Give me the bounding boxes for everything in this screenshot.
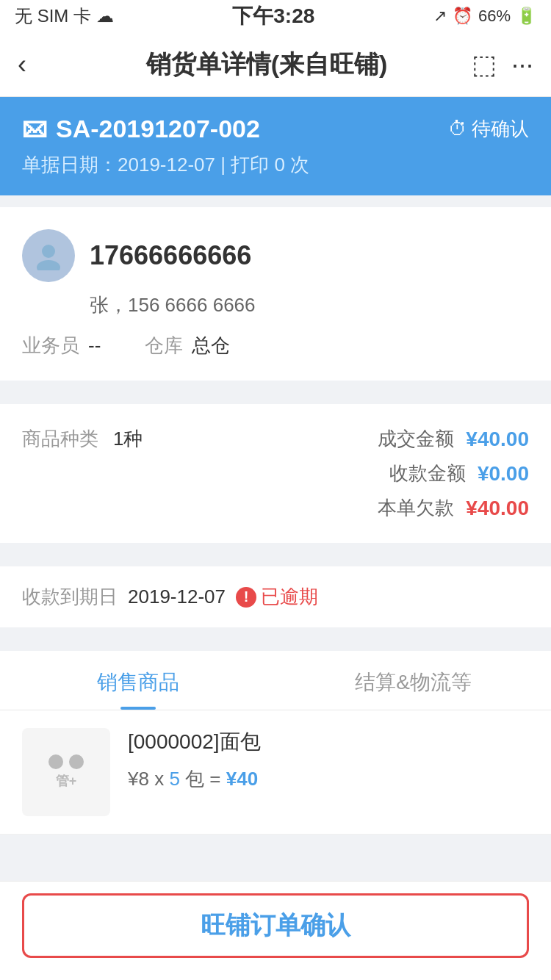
tab-settlement[interactable]: 结算&物流等 [276, 651, 551, 710]
status-text: 待确认 [472, 116, 529, 142]
nav-actions: ⬚ ··· [472, 49, 533, 80]
product-equals: = [209, 768, 226, 790]
owl-eye-right [69, 754, 84, 769]
svg-point-0 [42, 245, 55, 258]
bottom-bar: 旺铺订单确认 [0, 881, 551, 980]
warehouse-value: 总仓 [192, 333, 230, 359]
tab-products[interactable]: 销售商品 [0, 651, 276, 710]
back-button[interactable]: ‹ [18, 49, 62, 80]
order-header: 🖂 SA-20191207-002 ⏱ 待确认 单据日期：2019-12-07 … [0, 97, 551, 195]
svg-point-1 [37, 260, 60, 270]
summary-right: 成交金额 ¥40.00 收款金额 ¥0.00 本单欠款 ¥40.00 [378, 426, 529, 521]
due-date-card: 收款到期日 2019-12-07 ! 已逾期 [0, 566, 551, 627]
product-unit: 包 [185, 768, 204, 790]
tab-settlement-label: 结算&物流等 [355, 671, 472, 693]
tabs-bar: 销售商品 结算&物流等 [0, 651, 551, 710]
order-header-top: 🖂 SA-20191207-002 ⏱ 待确认 [22, 115, 529, 143]
due-date-value: 2019-12-07 [128, 586, 226, 608]
divider-2 [0, 543, 551, 555]
location-icon: ↗ [433, 7, 447, 26]
owed-amount-value: ¥40.00 [466, 497, 529, 520]
product-type-row: 商品种类 1种 [22, 426, 143, 452]
collected-amount-value: ¥0.00 [478, 462, 529, 486]
product-image: 管+ [22, 728, 110, 816]
order-id-text: SA-20191207-002 [56, 115, 260, 143]
product-type-value: 1种 [113, 426, 143, 452]
salesperson-value: -- [88, 334, 101, 357]
product-logo: 管+ [48, 754, 84, 790]
deal-amount-row: 成交金额 ¥40.00 [378, 426, 529, 452]
product-info: [0000002]面包 ¥8 x 5 包 = ¥40 [128, 728, 529, 816]
order-date: 单据日期：2019-12-07 | 打印 0 次 [22, 152, 529, 178]
share-icon[interactable]: ⬚ [472, 49, 497, 80]
status-bar: 无 SIM 卡 ☁ 下午3:28 ↗ ⏰ 66% 🔋 [0, 0, 551, 32]
battery-icon: 🔋 [516, 7, 536, 26]
order-doc-icon: 🖂 [22, 115, 47, 143]
warehouse-item: 仓库 总仓 [145, 333, 230, 359]
product-price: ¥8 [128, 768, 149, 790]
owed-amount-label: 本单欠款 [378, 495, 454, 521]
product-list: 管+ [0000002]面包 ¥8 x 5 包 = ¥40 [0, 710, 551, 835]
tab-products-label: 销售商品 [97, 671, 179, 693]
deal-amount-value: ¥40.00 [466, 428, 529, 451]
product-name: [0000002]面包 [128, 728, 529, 756]
avatar [22, 229, 75, 282]
battery-level: 66% [478, 7, 511, 26]
product-item: 管+ [0000002]面包 ¥8 x 5 包 = ¥40 [0, 710, 551, 835]
customer-name-info: 张，156 6666 6666 [90, 292, 529, 318]
overdue-badge: ! 已逾期 [236, 584, 318, 610]
overdue-text: 已逾期 [261, 584, 318, 610]
order-id: 🖂 SA-20191207-002 [22, 115, 260, 143]
page-title: 销货单详情(来自旺铺) [146, 48, 388, 82]
product-total: ¥40 [226, 768, 258, 790]
divider-3 [0, 627, 551, 639]
order-status: ⏱ 待确认 [448, 116, 529, 142]
product-qty: 5 [169, 768, 179, 790]
owed-amount-row: 本单欠款 ¥40.00 [378, 495, 529, 521]
status-time: 下午3:28 [232, 2, 314, 30]
owl-eyes [48, 754, 84, 769]
confirm-button[interactable]: 旺铺订单确认 [22, 893, 529, 958]
warehouse-label: 仓库 [145, 333, 183, 359]
collected-amount-label: 收款金额 [389, 461, 466, 486]
owl-eye-left [48, 754, 63, 769]
due-date-label: 收款到期日 [22, 584, 118, 610]
salesperson-item: 业务员 -- [22, 333, 101, 359]
status-right: ↗ ⏰ 66% 🔋 [433, 7, 536, 26]
customer-phone: 17666666666 [90, 240, 251, 271]
nav-bar: ‹ 销货单详情(来自旺铺) ⬚ ··· [0, 32, 551, 97]
overdue-icon: ! [236, 587, 256, 608]
collected-amount-row: 收款金额 ¥0.00 [389, 461, 529, 486]
deal-amount-label: 成交金额 [378, 426, 454, 452]
product-calc: ¥8 x 5 包 = ¥40 [128, 766, 529, 792]
salesperson-label: 业务员 [22, 333, 79, 359]
status-left: 无 SIM 卡 ☁ [15, 4, 114, 28]
owl-label: 管+ [56, 772, 77, 790]
summary-card: 商品种类 1种 成交金额 ¥40.00 收款金额 ¥0.00 本单欠款 ¥40.… [0, 404, 551, 543]
summary-left: 商品种类 1种 [22, 426, 143, 452]
customer-card: 17666666666 张，156 6666 6666 业务员 -- 仓库 总仓 [0, 207, 551, 381]
divider-1 [0, 381, 551, 392]
customer-top: 17666666666 [22, 229, 529, 282]
sim-indicator: 无 SIM 卡 ☁ [15, 4, 114, 28]
alarm-icon: ⏰ [453, 7, 472, 26]
customer-meta: 业务员 -- 仓库 总仓 [22, 333, 529, 359]
product-type-label: 商品种类 [22, 426, 98, 452]
clock-icon: ⏱ [448, 118, 467, 140]
more-icon[interactable]: ··· [511, 49, 533, 80]
product-multiply: x [154, 768, 169, 790]
